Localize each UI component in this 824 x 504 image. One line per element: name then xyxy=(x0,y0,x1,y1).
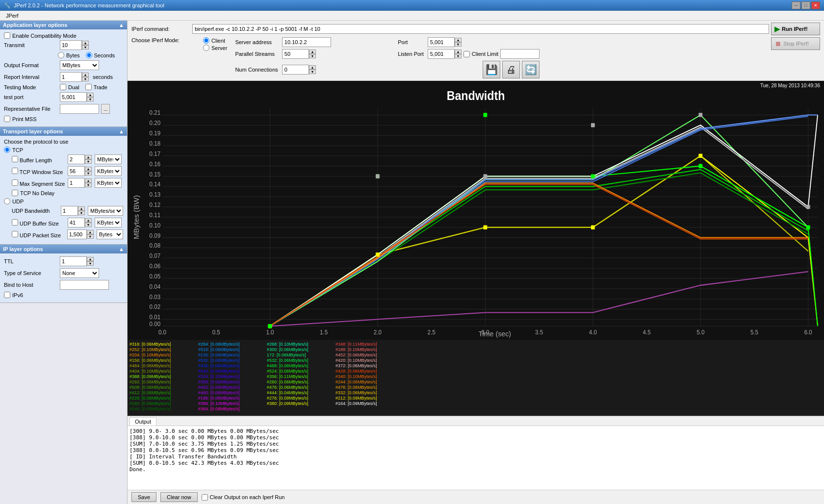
udp-buffer-input[interactable] xyxy=(68,218,85,227)
test-port-up[interactable]: ▲ xyxy=(87,93,94,97)
ttl-input[interactable] xyxy=(60,256,87,266)
max-seg-checkbox[interactable] xyxy=(12,179,18,186)
bind-input[interactable] xyxy=(60,280,109,290)
udp-bandwidth-input[interactable] xyxy=(61,206,78,216)
transport-layer-header[interactable]: Transport layer options ▲ xyxy=(0,127,127,136)
udp-packet-unit-select[interactable]: Bytes xyxy=(97,229,123,239)
buffer-down[interactable]: ▼ xyxy=(85,159,92,164)
max-seg-down[interactable]: ▼ xyxy=(85,183,92,187)
window-controls[interactable]: ─ □ ✕ xyxy=(792,1,820,9)
app-layer-header[interactable]: Application layer options ▲ xyxy=(0,21,127,29)
minimize-button[interactable]: ─ xyxy=(792,1,800,9)
ttl-up[interactable]: ▲ xyxy=(87,257,94,261)
save-button[interactable]: Save xyxy=(131,492,156,502)
buffer-unit-select[interactable]: MBytes xyxy=(95,154,122,164)
clear-on-run-checkbox[interactable] xyxy=(202,494,208,501)
test-port-input[interactable] xyxy=(60,92,87,102)
transport-layer-collapse[interactable]: ▲ xyxy=(119,128,124,134)
num-conn-down[interactable]: ▼ xyxy=(309,70,316,74)
udp-pkt-up[interactable]: ▲ xyxy=(87,230,94,234)
ipv6-checkbox[interactable] xyxy=(4,292,10,298)
output-tab[interactable]: Output xyxy=(129,417,156,426)
report-interval-input[interactable] xyxy=(60,72,82,82)
max-seg-unit-select[interactable]: KBytes xyxy=(95,178,122,188)
udp-bw-unit-select[interactable]: MBytes/sec xyxy=(88,206,123,216)
rep-file-browse[interactable]: ... xyxy=(101,104,110,114)
bytes-radio[interactable] xyxy=(58,52,64,58)
udp-packet-input[interactable] xyxy=(67,229,87,239)
udp-radio[interactable] xyxy=(4,198,10,204)
udp-buf-up[interactable]: ▲ xyxy=(85,218,92,223)
transmit-up[interactable]: ▲ xyxy=(82,41,89,45)
listen-port-input[interactable] xyxy=(428,49,455,59)
num-conn-up[interactable]: ▲ xyxy=(309,65,316,70)
run-iperf-button[interactable]: ▶ Run IPerf! xyxy=(771,23,820,35)
legend-item: #284: [0.06MBytes/s] xyxy=(198,342,257,347)
legend-item: #476: [0.06MBytes/s] xyxy=(335,385,394,390)
parallel-input[interactable] xyxy=(282,49,309,59)
tcp-radio[interactable] xyxy=(4,147,10,153)
udp-bw-down[interactable]: ▼ xyxy=(78,211,85,215)
save-icon-button[interactable]: 💾 xyxy=(483,61,500,78)
compat-mode-checkbox[interactable] xyxy=(4,32,10,39)
listen-port-down[interactable]: ▼ xyxy=(455,54,462,58)
dual-checkbox[interactable] xyxy=(60,84,66,90)
listen-port-up[interactable]: ▲ xyxy=(455,50,462,54)
udp-bw-up[interactable]: ▲ xyxy=(78,206,85,211)
refresh-icon-button[interactable]: 🔄 xyxy=(522,61,540,78)
num-conn-input[interactable] xyxy=(282,65,309,75)
max-seg-up[interactable]: ▲ xyxy=(85,178,92,183)
tcp-window-down[interactable]: ▼ xyxy=(85,171,92,176)
print-mss-checkbox[interactable] xyxy=(4,116,10,122)
ip-layer-collapse[interactable]: ▲ xyxy=(119,246,124,252)
tos-select[interactable]: None xyxy=(60,268,99,278)
transmit-down[interactable]: ▼ xyxy=(82,45,89,50)
client-limit-checkbox[interactable] xyxy=(464,51,470,57)
clear-now-button[interactable]: Clear now xyxy=(160,492,198,502)
parallel-up[interactable]: ▲ xyxy=(309,50,316,54)
buffer-length-checkbox[interactable] xyxy=(12,156,18,162)
iperf-command-input[interactable] xyxy=(192,24,769,34)
port-spinner: ▲ ▼ xyxy=(428,37,540,47)
tcp-window-input[interactable] xyxy=(68,166,85,176)
udp-pkt-down[interactable]: ▼ xyxy=(87,234,94,239)
ip-layer-header[interactable]: IP layer options ▲ xyxy=(0,245,127,253)
legend-item: #308: [0.06MBytes/s] xyxy=(198,379,257,384)
rep-file-input[interactable] xyxy=(60,104,99,114)
tcp-window-unit-select[interactable]: KBytes xyxy=(95,166,122,176)
close-button[interactable]: ✕ xyxy=(811,1,820,9)
udp-packet-checkbox[interactable] xyxy=(12,231,18,237)
udp-buf-down[interactable]: ▼ xyxy=(85,223,92,227)
buffer-length-input[interactable] xyxy=(68,154,85,164)
tcp-window-up[interactable]: ▲ xyxy=(85,167,92,171)
transmit-input[interactable] xyxy=(60,40,82,50)
seconds-radio[interactable] xyxy=(86,52,92,58)
max-seg-input[interactable] xyxy=(68,178,85,188)
menu-jperf[interactable]: JPerf xyxy=(2,11,23,21)
buffer-up[interactable]: ▲ xyxy=(85,155,92,159)
ttl-down[interactable]: ▼ xyxy=(87,261,94,266)
test-port-down[interactable]: ▼ xyxy=(87,97,94,101)
port-up[interactable]: ▲ xyxy=(455,38,462,42)
client-radio[interactable] xyxy=(203,37,209,44)
port-down[interactable]: ▼ xyxy=(455,42,462,47)
app-layer-collapse[interactable]: ▲ xyxy=(119,22,124,28)
legend-col-2: #284: [0.06MBytes/s]#516: [0.06MBytes/s]… xyxy=(198,342,257,414)
udp-buffer-checkbox[interactable] xyxy=(12,219,18,226)
server-radio[interactable] xyxy=(203,45,209,51)
trade-checkbox[interactable] xyxy=(85,84,92,90)
tcp-window-checkbox[interactable] xyxy=(12,168,18,174)
report-interval-up[interactable]: ▲ xyxy=(82,73,89,77)
ip-layer-content: TTL ▲ ▼ Type of Service None xyxy=(0,253,127,302)
print-icon-button[interactable]: 🖨 xyxy=(502,61,520,78)
udp-buffer-unit-select[interactable]: KBytes xyxy=(95,218,122,227)
maximize-button[interactable]: □ xyxy=(801,1,810,9)
port-input[interactable] xyxy=(428,37,455,47)
client-limit-input[interactable] xyxy=(500,49,540,59)
output-format-select[interactable]: MBytes xyxy=(60,60,99,70)
parallel-down[interactable]: ▼ xyxy=(309,54,316,58)
stop-iperf-button[interactable]: ⏹ Stop IPerf! xyxy=(771,37,820,50)
report-interval-down[interactable]: ▼ xyxy=(82,77,89,81)
no-delay-checkbox[interactable] xyxy=(12,190,18,196)
server-address-input[interactable] xyxy=(282,37,331,47)
